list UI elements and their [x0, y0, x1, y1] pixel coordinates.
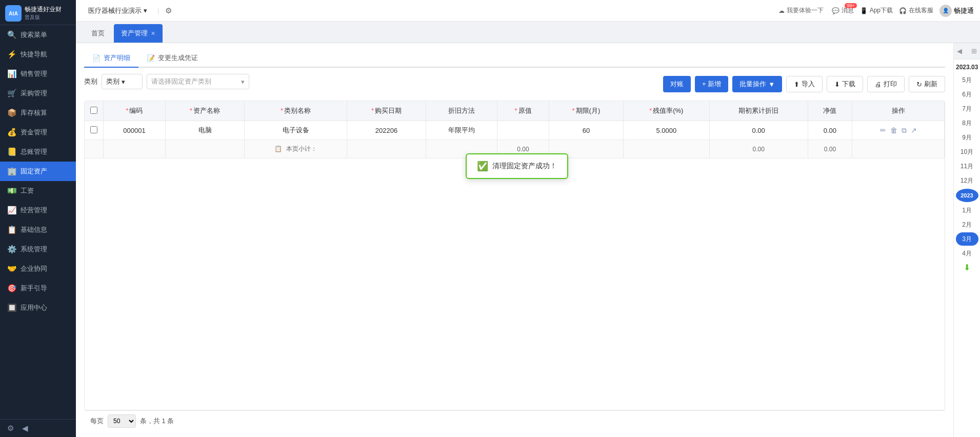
month-item-9[interactable]: 9月	[956, 131, 978, 144]
sidebar-item-label: 库存核算	[21, 108, 47, 117]
row-residual-rate: 5.0000	[623, 121, 709, 140]
month-item-6[interactable]: 6月	[956, 88, 978, 101]
sidebar-item-operation[interactable]: 📈 经营管理	[0, 201, 76, 220]
user-area[interactable]: 👤 畅捷通	[939, 5, 974, 17]
refresh-label: 刷新	[924, 80, 937, 89]
download-month-icon[interactable]: ⬇	[956, 261, 978, 274]
month-item-11[interactable]: 11月	[956, 160, 978, 173]
online-service-button[interactable]: 🎧 在线客服	[899, 6, 933, 15]
sidebar-item-sales[interactable]: 📊 销售管理	[0, 64, 76, 84]
dropdown-placeholder: 请选择固定资产类别	[151, 77, 211, 86]
asset-table: *编码 *资产名称 *类别名称 *购买日期 折旧方法 *原值 *期限(月) *残…	[85, 101, 945, 158]
month-item-12[interactable]: 12月	[956, 174, 978, 187]
tab-close-icon[interactable]: ✕	[151, 30, 155, 37]
download-label: 下载	[842, 80, 855, 89]
app-download-button[interactable]: 📱 App下载	[860, 6, 893, 15]
company-dropdown-icon: ▾	[144, 7, 147, 14]
experience-icon: ☁	[778, 7, 785, 14]
collapse-icon[interactable]: ◀	[22, 424, 28, 433]
month-item-2[interactable]: 2月	[956, 218, 978, 231]
tab-asset-management[interactable]: 资产管理 ✕	[114, 24, 163, 43]
header-purchase-date: *购买日期	[347, 101, 426, 121]
sidebar-item-salary[interactable]: 💵 工资	[0, 181, 76, 201]
tab-home[interactable]: 首页	[84, 24, 112, 43]
new-button[interactable]: + 新增	[695, 76, 728, 92]
month-item-8[interactable]: 8月	[956, 116, 978, 130]
sidebar-item-system[interactable]: ⚙️ 系统管理	[0, 240, 76, 259]
month-item-1[interactable]: 1月	[956, 204, 978, 217]
sub-tab-label: 资产明细	[104, 53, 130, 63]
sidebar-item-ledger[interactable]: 📒 总账管理	[0, 142, 76, 162]
service-icon: 🎧	[899, 7, 907, 14]
company-selector[interactable]: 医疗器械行业演示 ▾	[84, 4, 151, 17]
logo-text: 畅捷通好业财	[25, 6, 62, 14]
sidebar-item-app-center[interactable]: 🔲 应用中心	[0, 298, 76, 317]
sidebar-item-fixed-assets[interactable]: 🏢 固定资产	[0, 162, 76, 181]
toolbar: 类别 类别 ▾ 请选择固定资产类别 ▾ 对账	[84, 74, 945, 94]
batch-label: 批量操作	[739, 80, 766, 89]
sidebar-item-quicknav[interactable]: ⚡ 快捷导航	[0, 45, 76, 64]
header-right: 💬 消息 99+ 📱 App下载 🎧 在线客服 👤 畅捷通	[832, 5, 974, 17]
right-panel: ◀ ⊞ 2023.03 5月 6月 7月 8月 9月 10月 11月 12月 2…	[953, 43, 980, 437]
inventory-icon: 📦	[7, 108, 16, 117]
collaboration-icon: 🤝	[7, 264, 16, 273]
sidebar-item-search[interactable]: 🔍 搜索菜单	[0, 25, 76, 45]
category-select[interactable]: 类别 ▾	[102, 74, 143, 89]
reconcile-label: 对账	[670, 80, 684, 89]
online-service-label: 在线客服	[909, 6, 933, 15]
avatar: 👤	[939, 5, 952, 17]
finance-icon: 💰	[7, 128, 16, 137]
table-row: 000001 电脑 电子设备 202206 年限平均 60 5.0000 0.0…	[85, 121, 945, 140]
delete-icon[interactable]: 🗑	[890, 126, 897, 134]
download-icon: 📱	[860, 7, 868, 14]
toolbar-right: 对账 + 新增 批量操作 ▼ ⬆ 导入 ⬇ 下载	[663, 76, 945, 92]
import-button[interactable]: ⬆ 导入	[786, 76, 823, 92]
sidebar-item-basic-info[interactable]: 📋 基础信息	[0, 220, 76, 240]
batch-button[interactable]: 批量操作 ▼	[732, 76, 782, 92]
row-code: 000001	[103, 121, 166, 140]
sidebar-item-purchase[interactable]: 🛒 采购管理	[0, 84, 76, 103]
sub-tab-asset-detail[interactable]: 📄 资产明细	[84, 49, 138, 68]
refresh-button[interactable]: ↻ 刷新	[909, 76, 945, 92]
panel-collapse-icon[interactable]: ◀	[957, 47, 962, 55]
header-net-value: 净值	[808, 101, 852, 121]
month-item-10[interactable]: 10月	[956, 145, 978, 158]
download-button[interactable]: ⬇ 下载	[827, 76, 863, 92]
print-button[interactable]: 🖨 打印	[867, 76, 905, 92]
header-depreciation-method: 折旧方法	[426, 101, 497, 121]
header-original-value: *原值	[497, 101, 549, 121]
month-item-4[interactable]: 4月	[956, 247, 978, 260]
edit-icon[interactable]: ✏	[880, 126, 886, 134]
company-name: 医疗器械行业演示	[88, 6, 142, 15]
app-center-icon: 🔲	[7, 303, 16, 312]
copy-icon[interactable]: ⧉	[902, 126, 907, 135]
sidebar-item-inventory[interactable]: 📦 库存核算	[0, 103, 76, 123]
guide-icon: 🎯	[7, 284, 16, 293]
month-item-5[interactable]: 5月	[956, 73, 978, 87]
action-icons: ✏ 🗑 ⧉ ↗	[856, 126, 940, 135]
row-checkbox[interactable]	[90, 126, 97, 133]
experience-button[interactable]: ☁ 我要体验一下	[774, 4, 828, 17]
success-check-icon: ✅	[477, 161, 488, 172]
panel-expand-icon[interactable]: ⊞	[971, 47, 977, 55]
sidebar-item-guide[interactable]: 🎯 新手引导	[0, 279, 76, 298]
month-item-3-active[interactable]: 3月	[956, 232, 978, 246]
message-icon: 💬	[832, 7, 839, 14]
category-arrow-icon: ▾	[122, 78, 125, 86]
sub-tab-voucher[interactable]: 📝 变更生成凭证	[138, 49, 206, 68]
purchase-icon: 🛒	[7, 89, 16, 98]
month-item-7[interactable]: 7月	[956, 102, 978, 115]
reconcile-button[interactable]: 对账	[663, 76, 691, 92]
refresh-icon: ↻	[916, 81, 922, 88]
sidebar-item-finance[interactable]: 💰 资金管理	[0, 123, 76, 142]
select-all-checkbox[interactable]	[90, 107, 97, 114]
settings-icon[interactable]: ⚙	[7, 424, 14, 433]
page-content: 📄 资产明细 📝 变更生成凭证 类别 类别 ▾	[76, 43, 953, 437]
more-icon[interactable]: ↗	[911, 126, 917, 134]
page-size-select[interactable]: 50 100 200	[108, 414, 136, 428]
settings-gear-icon[interactable]: ⚙	[165, 6, 172, 15]
year-badge[interactable]: 2023	[956, 189, 978, 202]
message-button[interactable]: 💬 消息 99+	[832, 6, 854, 15]
sidebar-item-collaboration[interactable]: 🤝 企业协同	[0, 259, 76, 279]
asset-category-dropdown[interactable]: 请选择固定资产类别 ▾	[147, 74, 249, 89]
